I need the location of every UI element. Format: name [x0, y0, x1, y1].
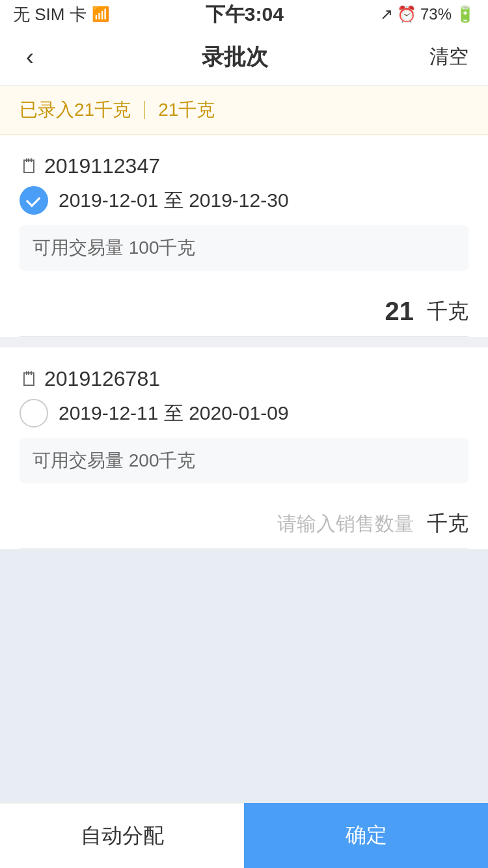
batch1-radio[interactable] — [20, 186, 48, 215]
batch2-id-row: 🗒 2019126781 — [20, 367, 468, 391]
alarm-icon: ⏰ — [397, 5, 416, 23]
batch2-available: 可用交易量 200千克 — [20, 438, 468, 483]
gray-area — [0, 549, 488, 822]
back-button[interactable]: ‹ — [20, 37, 40, 77]
nav-bar: ‹ 录批次 清空 — [0, 29, 488, 86]
batch1-icon: 🗒 — [20, 156, 39, 178]
info-banner: 已录入21千克 21千克 — [0, 86, 488, 135]
batch1-date-row[interactable]: 2019-12-01 至 2019-12-30 — [20, 186, 468, 215]
batch1-card: 🗒 2019112347 2019-12-01 至 2019-12-30 可用交… — [0, 135, 488, 337]
battery-label: 73% — [420, 5, 452, 23]
page-title: 录批次 — [202, 42, 268, 72]
batch1-quantity-value: 21 — [385, 297, 414, 326]
total-label: 21千克 — [158, 98, 215, 122]
batch2-input-placeholder[interactable]: 请输入销售数量 — [277, 511, 414, 537]
batch2-input-unit: 千克 — [427, 509, 468, 538]
battery-icon: 🔋 — [455, 5, 475, 23]
wifi-icon: 📶 — [92, 6, 109, 23]
batch2-date-row[interactable]: 2019-12-11 至 2020-01-09 — [20, 399, 468, 427]
batch1-available: 可用交易量 100千克 — [20, 225, 468, 271]
bottom-bar: 自动分配 确定 — [0, 803, 488, 868]
batch2-id: 2019126781 — [44, 367, 160, 391]
batch1-date: 2019-12-01 至 2019-12-30 — [59, 187, 289, 214]
confirm-button[interactable]: 确定 — [244, 803, 488, 868]
batch1-id-row: 🗒 2019112347 — [20, 154, 468, 178]
location-icon: ↗ — [380, 5, 393, 23]
batch1-id: 2019112347 — [44, 154, 160, 178]
batch2-date: 2019-12-11 至 2020-01-09 — [59, 400, 289, 427]
batch1-quantity-row: 21 千克 — [20, 284, 468, 337]
status-time: 下午3:04 — [206, 1, 284, 28]
status-right: ↗ ⏰ 73% 🔋 — [380, 5, 475, 23]
auto-distribute-button[interactable]: 自动分配 — [0, 803, 244, 868]
status-bar: 无 SIM 卡 📶 下午3:04 ↗ ⏰ 73% 🔋 — [0, 0, 488, 29]
batch2-radio[interactable] — [20, 399, 48, 427]
batch2-card: 🗒 2019126781 2019-12-11 至 2020-01-09 可用交… — [0, 347, 488, 549]
batch2-icon: 🗒 — [20, 368, 39, 390]
batch1-quantity-unit: 千克 — [427, 297, 468, 326]
recorded-label: 已录入21千克 — [20, 98, 131, 122]
sim-label: 无 SIM 卡 — [13, 3, 87, 26]
info-divider — [144, 101, 145, 119]
clear-button[interactable]: 清空 — [429, 44, 468, 70]
status-left: 无 SIM 卡 📶 — [13, 3, 109, 26]
separator1 — [0, 337, 488, 347]
batch2-input-row[interactable]: 请输入销售数量 千克 — [20, 496, 468, 549]
